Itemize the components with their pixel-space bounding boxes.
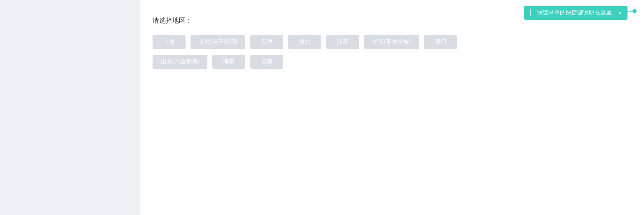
region-btn-shanghai[interactable]: 上海 [153, 35, 186, 49]
region-btn-hebei[interactable]: 河北 [288, 35, 321, 49]
region-btn-shandong[interactable]: 山东(不含青岛) [153, 55, 207, 69]
region-buttons-row-2: 山东(不含青岛)海南云南 [153, 55, 632, 69]
region-btn-tianjin[interactable]: 天津 [250, 35, 283, 49]
region-btn-hainan[interactable]: 海南 [212, 55, 245, 69]
tooltip-text: 快速录单的快捷键说明在这里 [537, 9, 612, 16]
tooltip-bar: 快速录单的快捷键说明在这里 × [524, 6, 628, 20]
region-btn-zhejiang[interactable]: 浙江(不含宁波) [364, 35, 419, 49]
region-buttons-row-1: 上海上海(电子税局)天津河北江苏浙江(不含宁波)厦门 [153, 35, 632, 49]
region-btn-jiangsu[interactable]: 江苏 [326, 35, 359, 49]
region-btn-yunnan[interactable]: 云南 [250, 55, 283, 69]
tooltip-accent [530, 9, 531, 16]
region-btn-shanghai-etax[interactable]: 上海(电子税局) [190, 35, 245, 49]
tooltip-connector [627, 11, 632, 12]
region-btn-xiamen[interactable]: 厦门 [424, 35, 457, 49]
sidebar [0, 0, 140, 215]
main-content: 请选择地区： 上海上海(电子税局)天津河北江苏浙江(不含宁波)厦门 山东(不含青… [140, 0, 644, 215]
tooltip-dot [632, 9, 637, 13]
tooltip-close-button[interactable]: × [618, 9, 622, 16]
